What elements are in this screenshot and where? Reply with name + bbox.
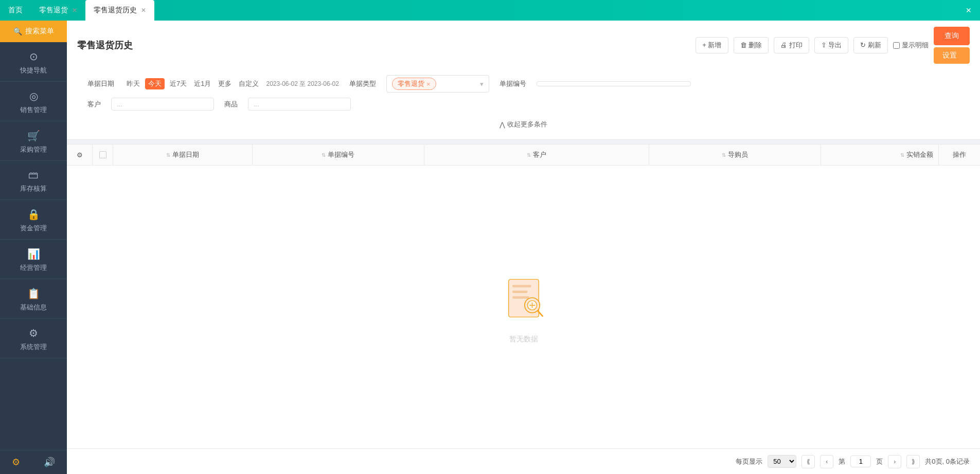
toolbar: + 新增 🗑 删除 🖨 打印 ⇧ 导出 ↻ 刷新 显示明细 查询 设置 xyxy=(696,27,970,64)
refresh-button[interactable]: ↻ 刷新 xyxy=(853,37,888,53)
filter-row-2: 客户 ... 商品 ... xyxy=(87,98,959,111)
query-button[interactable]: 查询 xyxy=(934,27,970,45)
sidebar-bottom: ⚙ 🔊 xyxy=(0,450,67,474)
empty-illustration xyxy=(495,270,552,326)
top-bar: 首页 零售退货 ✕ 零售退货历史 ✕ ✕ xyxy=(0,0,980,21)
sidebar-item-basic-info[interactable]: 📋 基础信息 xyxy=(0,279,67,319)
sort-icon-guide: ⇅ xyxy=(722,152,726,158)
filter-area: 单据日期 昨天 今天 近7天 近1月 更多 自定义 2023-06-02 至 2… xyxy=(77,70,970,139)
sort-icon-amount: ⇅ xyxy=(900,152,904,158)
sales-mgmt-icon: ◎ xyxy=(29,90,38,102)
first-page-button[interactable]: ⟪ xyxy=(801,455,815,468)
last-page-button[interactable]: ⟫ xyxy=(906,455,920,468)
th-settings[interactable]: ⚙ xyxy=(67,144,93,165)
sidebar-item-sales-mgmt[interactable]: ◎ 销售管理 xyxy=(0,82,67,121)
sidebar-search[interactable]: 🔍 搜索菜单 xyxy=(0,21,67,42)
sort-icon-doc-no: ⇅ xyxy=(322,152,326,158)
date-opt-yesterday[interactable]: 昨天 xyxy=(124,78,142,89)
tab-retail-return[interactable]: 零售退货 ✕ xyxy=(31,0,85,21)
finance-icon: 🔒 xyxy=(27,208,40,221)
page-number-input[interactable] xyxy=(850,455,871,467)
per-page-select[interactable]: 50 10 20 100 xyxy=(768,455,796,468)
print-button[interactable]: 🖨 打印 xyxy=(774,37,809,53)
date-opt-custom[interactable]: 自定义 xyxy=(237,78,261,89)
tab-retail-return-close[interactable]: ✕ xyxy=(72,7,77,14)
sidebar-item-system[interactable]: ⚙ 系统管理 xyxy=(0,319,67,358)
setting-button[interactable]: 设置 xyxy=(934,47,970,64)
date-opt-7days[interactable]: 近7天 xyxy=(168,78,189,89)
operations-icon: 📊 xyxy=(27,248,40,260)
tab-retail-return-history-close[interactable]: ✕ xyxy=(141,7,146,14)
sidebar-item-finance[interactable]: 🔒 资金管理 xyxy=(0,200,67,240)
empty-label: 暂无数据 xyxy=(509,335,538,344)
top-bar-close[interactable]: ✕ xyxy=(966,6,980,14)
settings-column-icon: ⚙ xyxy=(77,151,83,159)
th-guide[interactable]: ⇅ 导购员 xyxy=(649,144,821,165)
doc-type-tag: 零售退货 × xyxy=(392,78,436,90)
date-opt-more[interactable]: 更多 xyxy=(216,78,234,89)
doc-type-tag-close[interactable]: × xyxy=(426,80,431,88)
search-icon: 🔍 xyxy=(13,27,22,35)
new-button[interactable]: + 新增 xyxy=(696,37,728,53)
pagination: 每页显示 50 10 20 100 ⟪ ‹ 第 页 › ⟫ 共0页, 0条记录 xyxy=(67,448,980,474)
total-records: 共0页, 0条记录 xyxy=(925,457,970,466)
th-checkbox[interactable] xyxy=(93,144,113,165)
page-title-row: 零售退货历史 + 新增 🗑 删除 🖨 打印 ⇧ 导出 ↻ 刷新 显示明细 查询 … xyxy=(77,27,970,64)
query-setting-group: 查询 设置 xyxy=(934,27,970,64)
goods-label: 商品 xyxy=(224,100,238,109)
collapse-icon: ⋀ xyxy=(500,121,505,129)
sidebar: 🔍 搜索菜单 ⊙ 快捷导航 ◎ 销售管理 🛒 采购管理 🗃 库存核算 🔒 资金管… xyxy=(0,21,67,474)
date-opt-1month[interactable]: 近1月 xyxy=(192,78,213,89)
content-area: 零售退货历史 + 新增 🗑 删除 🖨 打印 ⇧ 导出 ↻ 刷新 显示明细 查询 … xyxy=(67,21,980,474)
inventory-icon: 🗃 xyxy=(28,169,39,181)
empty-state: 暂无数据 xyxy=(67,166,980,448)
volume-icon[interactable]: 🔊 xyxy=(44,457,55,468)
collapse-row: ⋀ 收起更多条件 xyxy=(87,116,959,134)
date-range-display: 2023-06-02 至 2023-06-02 xyxy=(266,80,338,88)
display-detail-checkbox[interactable] xyxy=(893,42,900,49)
doc-type-dropdown-icon: ▾ xyxy=(480,80,484,88)
tab-home[interactable]: 首页 xyxy=(0,0,31,21)
filter-row-1: 单据日期 昨天 今天 近7天 近1月 更多 自定义 2023-06-02 至 2… xyxy=(87,75,959,93)
doc-no-label: 单据编号 xyxy=(500,79,526,88)
date-opt-today[interactable]: 今天 xyxy=(145,78,165,89)
svg-rect-2 xyxy=(512,290,527,293)
display-detail-label[interactable]: 显示明细 xyxy=(893,41,929,50)
next-page-button[interactable]: › xyxy=(888,455,901,468)
export-button[interactable]: ⇧ 导出 xyxy=(814,37,849,53)
per-page-label: 每页显示 xyxy=(736,457,762,466)
header-checkbox[interactable] xyxy=(99,151,106,158)
main-layout: 🔍 搜索菜单 ⊙ 快捷导航 ◎ 销售管理 🛒 采购管理 🗃 库存核算 🔒 资金管… xyxy=(0,21,980,474)
doc-type-label: 单据类型 xyxy=(349,79,376,88)
sidebar-item-inventory[interactable]: 🗃 库存核算 xyxy=(0,161,67,200)
quick-nav-icon: ⊙ xyxy=(29,50,38,63)
prev-page-button[interactable]: ‹ xyxy=(820,455,833,468)
page-label: 第 xyxy=(839,457,845,466)
table-header: ⚙ ⇅ 单据日期 ⇅ 单据编号 ⇅ 客户 ⇅ xyxy=(67,144,980,166)
settings-bottom-icon[interactable]: ⚙ xyxy=(12,457,20,468)
page-title: 零售退货历史 xyxy=(77,39,133,51)
sidebar-item-quick-nav[interactable]: ⊙ 快捷导航 xyxy=(0,42,67,82)
table-area: ⚙ ⇅ 单据日期 ⇅ 单据编号 ⇅ 客户 ⇅ xyxy=(67,144,980,448)
page-suffix: 页 xyxy=(876,457,883,466)
th-doc-date[interactable]: ⇅ 单据日期 xyxy=(113,144,253,165)
sort-icon-left: ⇅ xyxy=(166,152,170,158)
doc-no-input[interactable] xyxy=(537,81,691,86)
sort-icon-customer: ⇅ xyxy=(527,152,531,158)
th-amount[interactable]: ⇅ 实销金额 xyxy=(821,144,939,165)
sidebar-item-operations[interactable]: 📊 经营管理 xyxy=(0,240,67,279)
goods-input[interactable]: ... xyxy=(248,98,351,111)
collapse-button[interactable]: ⋀ 收起更多条件 xyxy=(494,118,553,131)
doc-date-label: 单据日期 xyxy=(87,79,114,88)
th-doc-no[interactable]: ⇅ 单据编号 xyxy=(253,144,424,165)
svg-rect-3 xyxy=(512,296,529,299)
customer-label: 客户 xyxy=(87,100,101,109)
customer-input[interactable]: ... xyxy=(111,98,214,111)
tab-retail-return-history[interactable]: 零售退货历史 ✕ xyxy=(85,0,154,21)
date-options: 昨天 今天 近7天 近1月 更多 自定义 2023-06-02 至 2023-0… xyxy=(124,78,339,89)
delete-button[interactable]: 🗑 删除 xyxy=(734,37,769,53)
th-customer[interactable]: ⇅ 客户 xyxy=(424,144,650,165)
sidebar-item-purchase-mgmt[interactable]: 🛒 采购管理 xyxy=(0,121,67,161)
th-action: 操作 xyxy=(939,144,980,165)
doc-type-select[interactable]: 零售退货 × ▾ xyxy=(386,75,489,93)
